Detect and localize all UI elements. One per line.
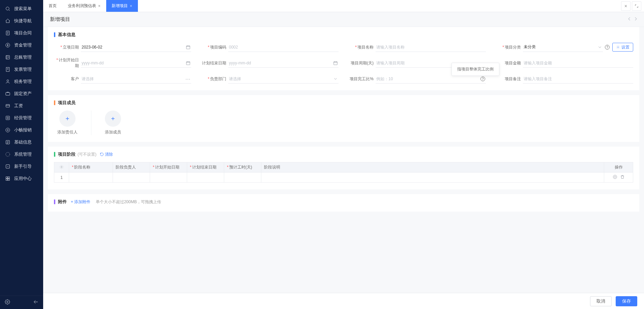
more-dots-icon[interactable]: ··· <box>185 76 191 81</box>
delete-row-icon[interactable] <box>619 176 626 180</box>
phase-th-start: 计划开始日期 <box>155 165 179 169</box>
add-attachment-button[interactable]: + 添加附件 <box>71 199 90 204</box>
calendar-icon[interactable] <box>333 61 338 65</box>
remark-input[interactable] <box>523 74 633 84</box>
sidebar-item-invoice[interactable]: 发票管理 <box>0 63 43 75</box>
customer-select[interactable] <box>81 74 191 84</box>
svg-rect-18 <box>186 46 190 49</box>
sidebar-item-tax[interactable]: 税务管理 <box>0 75 43 88</box>
tab-业务利润预估表[interactable]: 业务利润预估表× <box>62 0 106 12</box>
phase-cell-end[interactable] <box>187 173 224 183</box>
page-header: 新增项目 <box>43 12 644 27</box>
next-record-icon[interactable] <box>634 17 637 22</box>
name-input[interactable] <box>376 42 486 52</box>
phase-th-name: 阶段名称 <box>74 165 90 169</box>
file-icon <box>5 30 11 36</box>
cancel-button[interactable]: 取消 <box>590 296 612 306</box>
sidebar-item-salary[interactable]: 工资 <box>0 100 43 112</box>
sidebar-item-apps[interactable]: 应用中心 <box>0 173 43 185</box>
code-input[interactable] <box>228 42 339 52</box>
svg-point-11 <box>6 152 10 156</box>
sidebar-item-label: 总账管理 <box>14 54 32 60</box>
add-row-icon[interactable] <box>611 176 619 180</box>
phase-row: 1 <box>54 173 633 183</box>
phase-cell-desc[interactable] <box>261 173 604 183</box>
amount-input[interactable] <box>523 58 633 68</box>
svg-rect-15 <box>6 179 8 181</box>
svg-rect-21 <box>334 62 338 65</box>
calendar-icon[interactable] <box>186 61 191 65</box>
sidebar-item-file[interactable]: 项目合同 <box>0 27 43 39</box>
sidebar-item-biz[interactable]: 经营管理 <box>0 112 43 124</box>
tabs-bar: 首页业务利润预估表×新增项目× <box>43 0 644 12</box>
tab-close-icon[interactable]: × <box>130 4 132 8</box>
calendar-icon[interactable] <box>186 45 191 50</box>
phase-cell-owner[interactable] <box>113 173 150 183</box>
phase-col-config[interactable] <box>54 162 69 173</box>
svg-rect-6 <box>6 93 10 95</box>
page-title: 新增项目 <box>50 16 70 23</box>
help-complete-pct-icon[interactable]: ? <box>480 76 485 81</box>
save-button[interactable]: 保存 <box>616 296 637 306</box>
add-member-button[interactable]: 添加成员 <box>101 111 124 135</box>
guide-icon <box>5 163 11 169</box>
svg-rect-14 <box>8 177 10 179</box>
content-scroll[interactable]: 基本信息 *立项日期 *项目编码 <box>43 27 644 309</box>
section-title-members: 项目成员 <box>58 100 76 106</box>
collapse-icon[interactable] <box>33 299 38 306</box>
salary-icon <box>5 103 11 109</box>
sidebar-item-book[interactable]: 总账管理 <box>0 51 43 63</box>
plan-start-input[interactable] <box>81 58 191 68</box>
tooltip-complete-pct: 指项目整体完工比例 <box>451 63 499 76</box>
sidebar-item-reimburse[interactable]: 小畅报销 <box>0 124 43 136</box>
label-amount: 项目金额 <box>505 61 521 65</box>
sidebar-item-home[interactable]: 快捷导航 <box>0 15 43 27</box>
label-plan-start: 计划开始日期 <box>59 58 79 68</box>
sidebar-item-money[interactable]: 资金管理 <box>0 39 43 51</box>
section-title-basic: 基本信息 <box>58 32 76 38</box>
tabs-close-button[interactable] <box>621 1 631 11</box>
label-period: 项目周期(天) <box>351 61 374 65</box>
phase-cell-hours[interactable] <box>224 173 261 183</box>
chevron-down-icon[interactable] <box>597 45 602 50</box>
tab-close-icon[interactable]: × <box>98 4 100 8</box>
sidebar-item-label: 经营管理 <box>14 115 32 121</box>
label-create-date: 立项日期 <box>63 45 79 50</box>
dept-select[interactable] <box>228 74 339 84</box>
apps-icon <box>5 176 11 182</box>
svg-point-9 <box>6 128 10 132</box>
phase-cell-start[interactable] <box>150 173 187 183</box>
svg-rect-8 <box>6 116 10 120</box>
phase-row-index: 1 <box>54 173 69 183</box>
tab-新增项目[interactable]: 新增项目× <box>106 0 138 12</box>
phases-clear-button[interactable]: 清除 <box>100 152 113 157</box>
svg-point-17 <box>7 301 8 303</box>
sidebar-item-search[interactable]: 搜索菜单 <box>0 3 43 15</box>
chevron-down-icon[interactable] <box>333 76 338 81</box>
settings-category-button[interactable]: 设置 <box>612 43 633 52</box>
label-plan-end: 计划结束日期 <box>202 61 226 65</box>
sidebar-item-label: 应用中心 <box>14 176 32 182</box>
add-owner-button[interactable]: 添加责任人 <box>54 111 81 135</box>
create-date-input[interactable] <box>81 42 191 52</box>
card-attachments: 附件 + 添加附件 单个大小不超过200MB，可拖拽上传 <box>48 194 639 212</box>
svg-point-22 <box>61 166 62 167</box>
sidebar-item-info[interactable]: 基础信息 <box>0 136 43 148</box>
sidebar-item-asset[interactable]: 固定资产 <box>0 88 43 100</box>
sidebar-item-label: 税务管理 <box>14 79 32 85</box>
card-phases: 项目阶段 (可不设置) 清除 *阶段名称 阶段负责人 *计划开始日期 *计划结束… <box>48 147 639 189</box>
sidebar-item-label: 资金管理 <box>14 42 32 48</box>
help-category-icon[interactable]: ? <box>605 45 610 50</box>
prev-record-icon[interactable] <box>628 17 631 22</box>
tab-首页[interactable]: 首页 <box>43 0 62 12</box>
sidebar-item-system[interactable]: 系统管理 <box>0 148 43 160</box>
section-title-phases: 项目阶段 <box>58 151 76 157</box>
sidebar-item-label: 基础信息 <box>14 139 32 145</box>
section-title-attachments: 附件 <box>58 199 67 205</box>
settings-icon[interactable] <box>5 299 10 306</box>
phase-cell-name[interactable] <box>69 173 113 183</box>
tabs-expand-button[interactable] <box>632 1 641 11</box>
category-select[interactable] <box>523 42 603 52</box>
plan-end-input[interactable] <box>228 58 339 68</box>
sidebar-item-guide[interactable]: 新手引导 <box>0 160 43 173</box>
